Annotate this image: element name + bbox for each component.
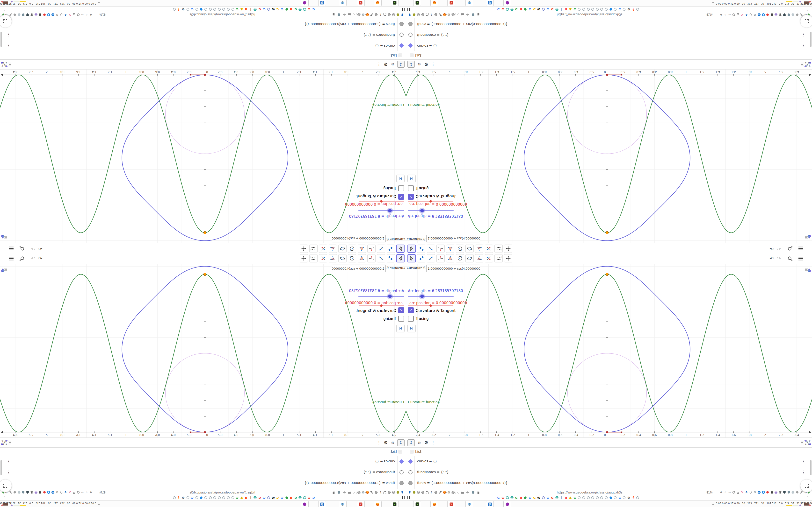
plus-circle-icon[interactable] <box>757 13 761 16</box>
arc-length-slider[interactable] <box>358 296 404 297</box>
app-book[interactable] <box>413 0 421 6</box>
angle-tool[interactable]: α <box>329 254 337 263</box>
pin-icon[interactable] <box>400 13 405 16</box>
spiral-favicon[interactable] <box>302 7 307 11</box>
search-icon[interactable] <box>18 245 26 251</box>
google-favicon[interactable]: G <box>501 7 505 11</box>
algebra-row-funcNames[interactable]: funcNames = {" "}⋮ <box>0 29 406 40</box>
ring-favicon[interactable] <box>212 7 217 11</box>
pin-icon[interactable] <box>400 491 405 494</box>
search-icon[interactable] <box>786 245 794 251</box>
step-button[interactable] <box>396 325 405 332</box>
lock-icon[interactable] <box>331 491 337 494</box>
wrench-icon[interactable] <box>370 13 374 16</box>
function-input[interactable]: 1.000000000000 + cos(4.000000000000 x) ▼ <box>332 235 386 242</box>
gear-icon[interactable]: ⚙ <box>423 439 429 446</box>
star-icon[interactable]: ☆ <box>723 491 728 494</box>
info-favicon[interactable]: i <box>248 496 253 500</box>
ring-favicon[interactable] <box>203 496 208 500</box>
google-favicon[interactable]: G <box>311 7 316 11</box>
ring-favicon[interactable] <box>604 7 609 11</box>
arrow-left-icon[interactable] <box>465 13 470 16</box>
note-icon[interactable]: ♪ <box>378 491 383 494</box>
reflect-tool[interactable] <box>319 254 327 263</box>
mini-dot-icon[interactable] <box>447 492 451 494</box>
algebra-row-curves[interactable]: curves = {}⋮ <box>0 40 406 51</box>
kebab-icon[interactable]: ⋮ <box>801 32 806 37</box>
headset-icon[interactable] <box>383 13 387 16</box>
wrench-icon[interactable] <box>370 491 374 494</box>
ring-favicon[interactable] <box>226 7 231 11</box>
shield-icon[interactable] <box>786 13 791 16</box>
arrow-right-icon[interactable]: → <box>727 13 732 16</box>
gear-favicon[interactable]: ⚙ <box>626 496 631 500</box>
pie-icon[interactable] <box>34 13 38 16</box>
mini-dot-icon[interactable] <box>454 13 457 15</box>
spiral-favicon[interactable] <box>555 7 559 11</box>
app-settings-red[interactable]: ✳ <box>357 501 365 507</box>
trash-icon[interactable] <box>38 491 43 494</box>
globe-icon[interactable] <box>434 13 438 16</box>
ring-favicon[interactable] <box>577 496 582 500</box>
algebra-row-funcNames[interactable]: funcNames = {" "}⋮ <box>0 467 406 478</box>
reflect-tool[interactable] <box>319 244 327 253</box>
tracing-checkbox[interactable] <box>398 316 404 322</box>
polygon-tool[interactable] <box>446 244 454 253</box>
graphics-view[interactable]: -2.4-2.2-2-1.8-1.6-1.4-1.2-1-0.8-0.6-0.4… <box>0 264 406 438</box>
pin-icon[interactable] <box>407 491 412 494</box>
mini-dot-icon[interactable] <box>355 492 358 494</box>
dark-shield-icon[interactable] <box>26 13 30 16</box>
f-favicon[interactable]: f <box>631 7 636 11</box>
algebra-row-curves[interactable]: curves = {}⋮ <box>406 456 812 467</box>
ring-favicon[interactable] <box>195 7 199 11</box>
gear-icon[interactable]: ⚙ <box>383 439 389 446</box>
wikipedia-favicon[interactable]: W <box>537 496 541 500</box>
angle-tool[interactable]: α <box>329 244 337 253</box>
curvature-tangent-checkbox[interactable]: ✓ <box>408 194 414 200</box>
graphics-view[interactable]: -2.4-2.2-2-1.8-1.6-1.4-1.2-1-0.8-0.6-0.4… <box>0 69 406 243</box>
redo-button[interactable]: ↷ <box>775 256 782 262</box>
function-icon[interactable]: fx <box>416 439 422 446</box>
ring-favicon[interactable] <box>208 7 213 11</box>
curvature-tangent-checkbox[interactable]: ✓ <box>398 307 404 313</box>
app-screenshot[interactable] <box>339 0 347 6</box>
collapse-button[interactable]: − <box>398 53 402 57</box>
arc-position-point[interactable] <box>204 432 206 433</box>
ring-favicon[interactable] <box>636 496 640 500</box>
ring-favicon[interactable] <box>221 496 226 500</box>
search-icon[interactable] <box>18 256 26 262</box>
search-icon[interactable] <box>786 256 794 262</box>
circle-tool[interactable] <box>456 244 464 253</box>
star-icon[interactable]: ☆ <box>85 13 89 16</box>
lock-icon[interactable] <box>475 491 481 494</box>
headset-icon[interactable] <box>425 13 429 16</box>
dark-shield-icon[interactable] <box>782 491 787 494</box>
warning-favicon[interactable] <box>240 496 244 500</box>
pie-icon[interactable] <box>34 491 38 494</box>
globe-icon[interactable] <box>420 491 425 494</box>
spiral-favicon[interactable] <box>302 496 307 500</box>
arrow-right-icon[interactable]: → <box>727 491 732 494</box>
google-favicon[interactable]: G <box>235 496 240 500</box>
ring-favicon[interactable] <box>591 7 595 11</box>
app-screenshot[interactable] <box>465 0 473 6</box>
scrollbar[interactable] <box>810 32 812 47</box>
tree-view-icon[interactable] <box>397 439 405 446</box>
point-tool[interactable]: A <box>417 244 425 253</box>
google-favicon[interactable]: G <box>617 7 622 11</box>
graphics-settings-icon[interactable] <box>0 233 7 240</box>
dark-shield-icon[interactable] <box>26 491 30 494</box>
plus-circle-icon[interactable] <box>51 491 55 494</box>
mini-dot-icon[interactable] <box>361 13 365 15</box>
pen-icon[interactable]: ✎ <box>740 491 745 494</box>
google-favicon[interactable]: G <box>275 7 280 11</box>
visibility-toggle[interactable] <box>408 33 412 37</box>
headset-icon[interactable] <box>383 491 387 494</box>
google-favicon[interactable]: G <box>293 496 298 500</box>
google-favicon[interactable]: G <box>311 496 316 500</box>
chevron-up-icon[interactable]: ⌃ <box>3 7 6 11</box>
globe-icon[interactable] <box>434 491 438 494</box>
translate-icon[interactable]: A <box>719 13 723 16</box>
download-icon[interactable] <box>736 13 740 16</box>
ring-favicon[interactable] <box>581 496 586 500</box>
